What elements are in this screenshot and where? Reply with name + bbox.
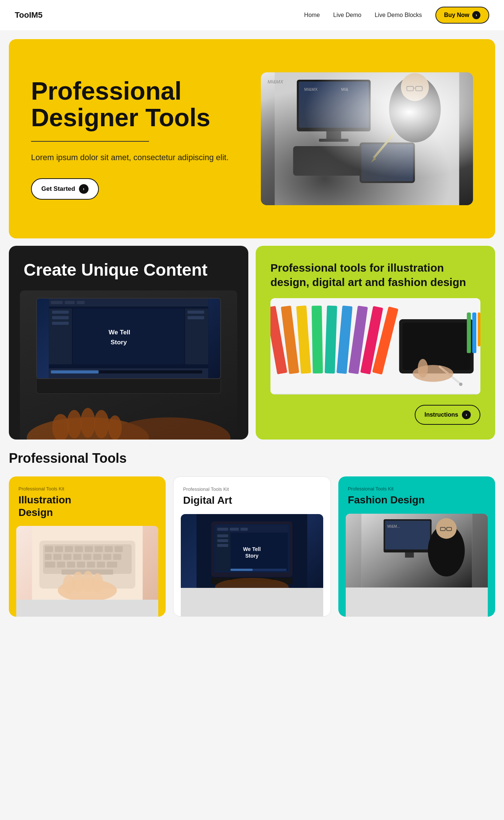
nav-links: Home Live Demo Live Demo Blocks Buy Now … <box>304 7 489 24</box>
laptop-illustration: We Tell Story <box>181 514 323 588</box>
instructions-button[interactable]: Instructions › <box>415 405 480 425</box>
green-card-title: Professional tools for illustration desi… <box>270 261 480 289</box>
designer-illustration: MI&MX MI& <box>261 72 473 205</box>
tool-kit-label-1: Professional Tools Kit <box>183 486 321 492</box>
svg-rect-54 <box>403 323 470 370</box>
nav-live-demo-blocks[interactable]: Live Demo Blocks <box>375 12 422 18</box>
svg-rect-2 <box>298 82 369 128</box>
svg-rect-47 <box>312 306 323 373</box>
svg-text:We Tell: We Tell <box>108 328 130 336</box>
svg-rect-32 <box>52 321 69 325</box>
laptop-visual: We Tell Story <box>36 298 221 379</box>
svg-rect-99 <box>217 528 228 531</box>
pro-tools-section: Professional Tools Professional Tools Ki… <box>9 451 495 617</box>
designer-photo: MI&MX MI&MX MI& <box>261 72 473 205</box>
svg-rect-14 <box>359 142 415 183</box>
svg-text:Story: Story <box>111 338 127 346</box>
brand-watermark: MI&MX <box>267 79 283 85</box>
nav-home[interactable]: Home <box>304 12 320 18</box>
navbar: TooIM5 Home Live Demo Live Demo Blocks B… <box>0 0 504 30</box>
svg-rect-73 <box>45 554 52 560</box>
svg-rect-31 <box>52 316 69 319</box>
svg-rect-22 <box>77 301 85 304</box>
svg-rect-74 <box>53 554 62 560</box>
logo: TooIM5 <box>15 10 42 20</box>
svg-rect-75 <box>63 554 72 560</box>
laptop-photo: We Tell Story <box>181 514 323 588</box>
hero-title: Professional Designer Tools <box>31 78 230 131</box>
laptop-scene: We Tell Story <box>20 290 237 440</box>
svg-point-8 <box>389 76 441 142</box>
svg-rect-104 <box>217 539 228 542</box>
two-column-section: Create Unique Content <box>9 246 495 440</box>
svg-rect-83 <box>67 562 75 568</box>
svg-point-38 <box>52 414 69 440</box>
tool-card-fashion-design: Professional Tools Kit Fashion Design <box>338 476 495 617</box>
get-started-label: Get Started <box>41 185 75 193</box>
svg-point-120 <box>436 518 456 539</box>
instructions-label: Instructions <box>424 411 458 418</box>
buy-now-label: Buy Now <box>444 12 469 18</box>
svg-rect-103 <box>217 534 228 537</box>
svg-rect-59 <box>478 313 480 347</box>
svg-rect-118 <box>405 552 414 558</box>
page-content: Professional Designer Tools Lorem ipsum … <box>0 30 504 626</box>
instructions-arrow-icon: › <box>462 410 471 419</box>
tool-kit-label-2: Professional Tools Kit <box>348 486 486 492</box>
laptop-screen: We Tell Story <box>37 299 220 378</box>
svg-rect-86 <box>97 562 105 568</box>
svg-point-40 <box>80 408 95 438</box>
svg-rect-30 <box>52 310 69 314</box>
svg-rect-87 <box>107 562 117 568</box>
svg-rect-7 <box>293 146 367 176</box>
svg-rect-109 <box>231 569 253 571</box>
svg-rect-35 <box>187 316 204 319</box>
svg-point-9 <box>401 73 429 101</box>
svg-rect-0 <box>275 72 459 205</box>
svg-rect-70 <box>95 546 103 552</box>
svg-rect-57 <box>467 313 471 353</box>
svg-rect-101 <box>241 528 248 531</box>
svg-rect-58 <box>472 313 476 353</box>
svg-text:Story: Story <box>245 553 259 559</box>
svg-rect-85 <box>87 562 95 568</box>
software-interface: We Tell Story <box>37 299 220 378</box>
svg-rect-67 <box>65 546 73 552</box>
create-unique-card: Create Unique Content <box>9 246 248 440</box>
svg-rect-76 <box>73 554 82 560</box>
svg-rect-5 <box>326 131 341 139</box>
svg-rect-26 <box>73 309 184 364</box>
svg-rect-68 <box>75 546 83 552</box>
svg-rect-102 <box>216 533 231 571</box>
buy-now-button[interactable]: Buy Now › <box>435 7 489 24</box>
svg-rect-84 <box>77 562 85 568</box>
get-started-arrow-icon: › <box>79 184 89 194</box>
svg-rect-1 <box>297 80 370 131</box>
create-unique-title: Create Unique Content <box>24 261 234 279</box>
svg-rect-65 <box>45 546 53 552</box>
svg-rect-72 <box>115 546 123 552</box>
swatch-visual <box>270 298 480 395</box>
tool-card-digital-art: Professional Tools Kit Digital Art <box>173 476 331 617</box>
tool-name-2: Fashion Design <box>348 494 486 506</box>
hero-description: Lorem ipsum dolor sit amet, consectetur … <box>31 152 230 163</box>
svg-rect-71 <box>105 546 113 552</box>
hero-divider <box>31 141 149 142</box>
nav-live-demo[interactable]: Live Demo <box>333 12 361 18</box>
svg-rect-81 <box>45 562 55 568</box>
svg-text:MI&MX: MI&MX <box>304 87 318 92</box>
svg-point-42 <box>108 415 122 440</box>
svg-marker-17 <box>370 157 376 163</box>
svg-point-56 <box>459 383 462 386</box>
tool-image-digital-art: We Tell Story <box>181 514 323 616</box>
svg-rect-34 <box>187 310 204 314</box>
tool-name-1: Digital Art <box>183 494 321 507</box>
professional-tools-card: Professional tools for illustration desi… <box>256 246 495 440</box>
tool-image-fashion-design: MI&M... <box>346 514 488 617</box>
tool-kit-label-0: Professional Tools Kit <box>18 486 156 492</box>
svg-text:We Tell: We Tell <box>243 546 261 552</box>
svg-point-61 <box>418 359 428 378</box>
get-started-button[interactable]: Get Started › <box>31 178 99 200</box>
svg-rect-11 <box>415 86 422 91</box>
hero-text: Professional Designer Tools Lorem ipsum … <box>31 78 230 200</box>
